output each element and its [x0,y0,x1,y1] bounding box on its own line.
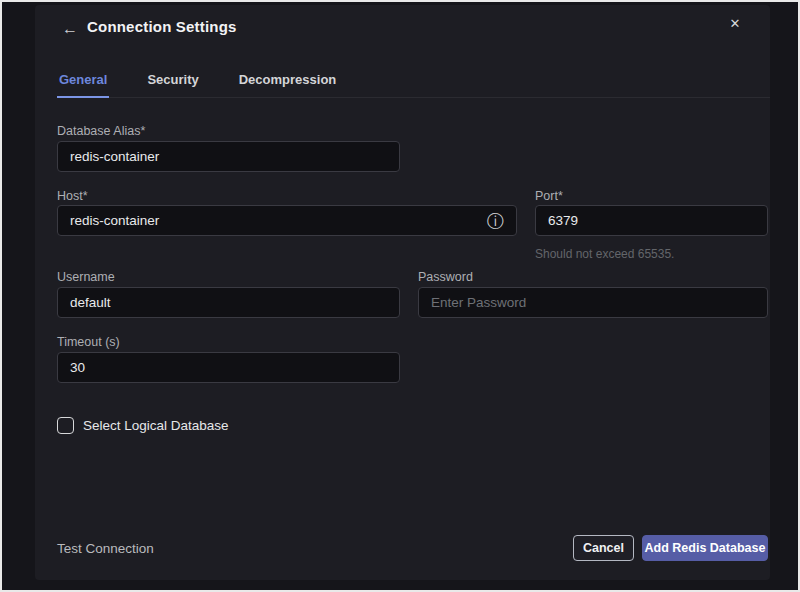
port-label: Port* [535,189,563,203]
test-connection-button[interactable]: Test Connection [57,541,154,556]
add-redis-database-button[interactable]: Add Redis Database [642,535,768,561]
host-info-icon[interactable]: ⓘ [487,213,504,230]
port-helper-text: Should not exceed 65535. [535,247,674,261]
connection-settings-modal: ← Connection Settings ✕ General Security… [35,5,770,580]
timeout-input[interactable] [57,352,400,383]
page-title: Connection Settings [87,18,237,35]
logical-database-label: Select Logical Database [83,418,229,433]
port-input[interactable] [535,205,768,236]
tab-bar: General Security Decompression [57,68,770,98]
tab-decompression[interactable]: Decompression [237,68,339,98]
app-backdrop: ← Connection Settings ✕ General Security… [0,0,800,592]
password-label: Password [418,270,473,284]
username-input[interactable] [57,287,400,318]
host-label: Host* [57,189,88,203]
cancel-button[interactable]: Cancel [573,535,634,561]
timeout-label: Timeout (s) [57,335,120,349]
database-alias-label: Database Alias* [57,124,145,138]
tab-security[interactable]: Security [145,68,200,98]
password-input[interactable] [418,287,768,318]
database-alias-input[interactable] [57,141,400,172]
username-label: Username [57,270,115,284]
tab-general[interactable]: General [57,68,109,98]
logical-database-checkbox[interactable] [57,417,74,434]
host-input[interactable] [57,205,517,236]
back-arrow-icon[interactable]: ← [59,18,81,40]
logical-database-row: Select Logical Database [57,417,229,434]
close-icon[interactable]: ✕ [726,15,744,33]
